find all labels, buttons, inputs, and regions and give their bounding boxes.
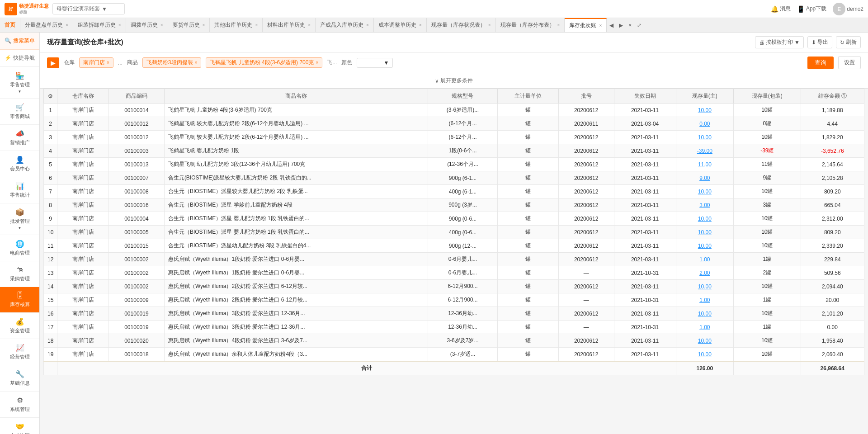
cell-qty-main[interactable]: 10.00 [676, 348, 734, 362]
tab-nav-left[interactable]: ◀ [607, 18, 616, 33]
tab-stock-batch[interactable]: 库存批次账 × [565, 18, 607, 33]
tab-material-history[interactable]: 材料出库单历史 × [263, 18, 316, 33]
cell-qty-main[interactable]: 2.00 [676, 266, 734, 280]
cell-no: 2 [44, 117, 57, 131]
close-icon[interactable]: × [308, 23, 311, 28]
settings-btn[interactable]: 设置 [838, 56, 861, 69]
tab-product-inbound[interactable]: 产成品入库单历史 × [316, 18, 374, 33]
close-icon[interactable]: × [488, 23, 491, 28]
cell-qty-main[interactable]: 10.00 [676, 239, 734, 253]
warehouse-tag-close[interactable]: × [107, 60, 109, 65]
sidebar-item-operations[interactable]: 📈 经营管理 [0, 339, 39, 365]
sidebar-item-wholesale-mgmt[interactable]: 📦 批发管理 ▼ [0, 203, 39, 235]
tab-outbound-history[interactable]: 其他出库单历史 × [210, 18, 263, 33]
cell-code: 00100012 [108, 117, 164, 131]
sidebar-item-retail-shop[interactable]: 🛒 零售商城 [0, 99, 39, 125]
sidebar-item-retail-stats[interactable]: 📊 零售统计 [0, 177, 39, 203]
cell-qty-main[interactable]: 10.00 [676, 212, 734, 226]
product-tag-1-close[interactable]: × [195, 60, 198, 65]
sidebar-item-inventory[interactable]: 🗄 库存核算 [0, 287, 39, 313]
sidebar-item-member[interactable]: 👤 会员中心 [0, 151, 39, 177]
close-icon[interactable]: × [557, 23, 560, 28]
export-btn[interactable]: ⬇ 导出 [807, 36, 832, 48]
table-row: 16 南岸门店 00100019 惠氏启赋（Wyeth illuma）3段奶粉 … [44, 307, 864, 321]
cell-qty-main[interactable]: 10.00 [676, 226, 734, 239]
sidebar-item-system[interactable]: ⚙ 系统管理 [0, 392, 39, 418]
cell-qty-main[interactable]: 10.00 [676, 131, 734, 144]
sidebar-item-retail-mgmt[interactable]: 🏪 零售管理 ▼ [0, 67, 39, 99]
cell-qty-pack: 10罐 [734, 307, 801, 321]
tab-cost-adjust[interactable]: 成本调整单历史 × [374, 18, 427, 33]
close-icon[interactable]: × [419, 23, 422, 28]
close-icon[interactable]: × [66, 23, 68, 28]
sidebar-item-ecommerce[interactable]: 🌐 电商管理 [0, 235, 39, 261]
table-row: 4 南岸门店 00100003 飞鹤星飞帆 婴儿配方奶粉 1段 1段(0-6个.… [44, 144, 864, 158]
cell-qty-main[interactable]: 10.00 [676, 307, 734, 321]
expand-more-btn[interactable]: ∨ 展开更多条件 [47, 77, 861, 85]
cell-qty-main[interactable]: 0.00 [676, 117, 734, 131]
tab-nav-right[interactable]: ▶ [616, 18, 626, 33]
message-btn[interactable]: 🔔 消息 [771, 5, 791, 13]
warehouse-filter-dots[interactable]: ... [118, 60, 123, 66]
close-icon[interactable]: × [160, 23, 163, 28]
retail-stats-icon: 📊 [15, 182, 24, 190]
cell-spec: (12-36个月... [428, 158, 497, 171]
product-tag-2[interactable]: 飞鹤星飞帆 儿童奶粉 4段(3-6岁适用) 700克 × [206, 57, 322, 68]
shortcut-nav-btn[interactable]: ⚡ 快捷导航 [0, 52, 39, 65]
cell-qty-pack: 1罐 [734, 321, 801, 334]
tab-split-history[interactable]: 分量盘点单历史 × [20, 18, 73, 33]
print-btn[interactable]: 🖨 按模板打印 ▼ [755, 36, 804, 48]
cell-name: 惠氏启赋（Wyeth illuma）4段奶粉 爱尔兰进口 3-6岁及7... [164, 334, 428, 348]
cell-qty-main[interactable]: 3.00 [676, 198, 734, 212]
th-name: 商品名称 [164, 89, 428, 104]
tab-request-history[interactable]: 要货单历史 × [168, 18, 210, 33]
cell-qty-main[interactable]: 10.00 [676, 280, 734, 293]
sidebar-item-marketing[interactable]: 📣 营销推广 [0, 125, 39, 151]
tab-transfer-history[interactable]: 调拨单历史 × [126, 18, 168, 33]
product-tag-1[interactable]: 飞鹤奶粉3段丙提装 × [142, 57, 202, 68]
table-row: 10 南岸门店 00100005 合生元（BIOSTIME）派星 婴儿配方奶粉 … [44, 226, 864, 239]
tab-stock-status[interactable]: 现存量（库存状况表） × [427, 18, 496, 33]
sidebar-item-finance[interactable]: 💰 资金管理 [0, 313, 39, 339]
cell-spec: 3-6岁及7岁... [428, 334, 497, 348]
close-icon[interactable]: × [599, 23, 602, 28]
cell-no: 11 [44, 239, 57, 253]
refresh-btn[interactable]: ↻ 刷新 [836, 36, 861, 48]
industry-selector[interactable]: 母婴行业演示账套 ▼ [52, 3, 125, 14]
cell-unit: 罐 [498, 266, 559, 280]
tab-home[interactable]: 首页 [0, 18, 20, 33]
cell-qty-main[interactable]: 1.00 [676, 253, 734, 266]
close-icon[interactable]: × [255, 23, 258, 28]
cell-qty-main[interactable]: -39.00 [676, 144, 734, 158]
search-menu-btn[interactable]: 🔍 搜索菜单 [3, 36, 37, 46]
sidebar-item-label: 营销推广 [10, 139, 30, 146]
tab-close-all[interactable]: × [626, 18, 634, 33]
tab-stock-distribution[interactable]: 现存量（库存分布表） × [496, 18, 565, 33]
product-tag-2-close[interactable]: × [316, 60, 318, 65]
query-btn[interactable]: 查询 [807, 57, 834, 69]
sidebar-item-basics[interactable]: 🔧 基础信息 [0, 365, 39, 392]
cell-qty-main[interactable]: 9.00 [676, 171, 734, 185]
app-download-btn[interactable]: 📱 App下载 [797, 5, 826, 13]
cell-qty-pack: 9罐 [734, 171, 801, 185]
th-settings[interactable]: ⚙ [44, 89, 57, 104]
retail-shop-icon: 🛒 [15, 103, 24, 112]
sidebar-item-purchase[interactable]: 🛍 采购管理 [0, 261, 39, 287]
cell-qty-main[interactable]: 10.00 [676, 104, 734, 117]
tab-fullscreen[interactable]: ⤢ [634, 18, 644, 33]
warehouse-tag[interactable]: 南岸门店 × [79, 57, 113, 68]
user-avatar[interactable]: E demo2 [833, 3, 863, 15]
sidebar-item-cooperation[interactable]: 🤝 企业协同 [0, 418, 39, 434]
product-filter-dots[interactable]: 飞... [327, 59, 337, 66]
filter-expand-btn[interactable]: ▶ [47, 57, 59, 68]
close-icon[interactable]: × [366, 23, 369, 28]
color-filter-dropdown[interactable]: ▼ [357, 58, 393, 68]
close-icon[interactable]: × [203, 23, 205, 28]
cell-qty-main[interactable]: 10.00 [676, 185, 734, 198]
cell-qty-main[interactable]: 1.00 [676, 321, 734, 334]
cell-qty-main[interactable]: 10.00 [676, 334, 734, 348]
cell-qty-main[interactable]: 1.00 [676, 293, 734, 307]
close-icon[interactable]: × [118, 23, 121, 28]
tab-assemble-history[interactable]: 组装拆卸单历史 × [73, 18, 126, 33]
cell-qty-main[interactable]: 11.00 [676, 158, 734, 171]
